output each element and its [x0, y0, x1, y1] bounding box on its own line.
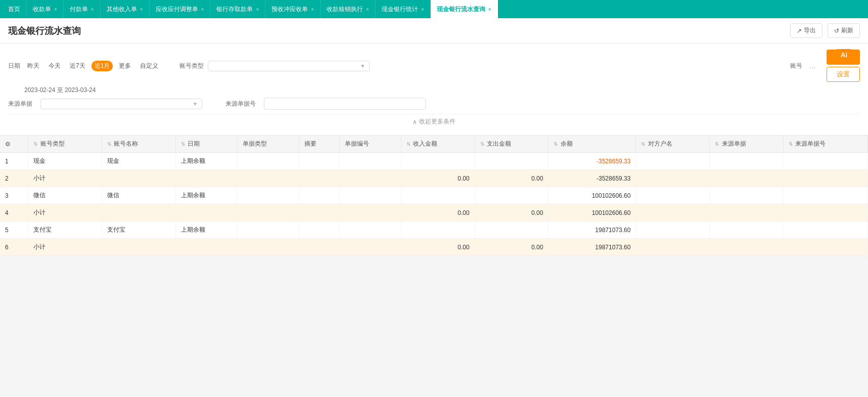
table-row: 6 小计 0.00 0.00 19871073.60 [0, 239, 868, 256]
cell-date [175, 204, 237, 222]
col-counterpart-label: 对方户名 [648, 140, 672, 147]
date-shortcut-today[interactable]: 今天 [45, 61, 64, 71]
refresh-label: 刷新 [841, 26, 853, 35]
cell-expense: 0.00 [475, 170, 549, 187]
cell-income [401, 187, 475, 204]
col-doc-type-label: 单据类型 [243, 140, 267, 147]
source-doc-select[interactable]: ▼ [40, 99, 202, 109]
date-label: 日期 [8, 62, 20, 70]
cell-counterpart [636, 239, 710, 256]
close-icon[interactable]: × [201, 7, 204, 12]
cell-doc-no [339, 204, 401, 222]
ai-badge[interactable]: Ai [836, 49, 852, 61]
date-shortcut-yesterday[interactable]: 昨天 [24, 61, 42, 71]
date-shortcut-1month[interactable]: 近1月 [92, 61, 113, 71]
date-range-display: 2023-02-24 至 2023-03-24 [24, 86, 96, 94]
cell-account-type: 小计 [28, 170, 102, 187]
account-type-select[interactable]: ▼ [208, 61, 370, 71]
page-header: 现金银行流水查询 ↗ 导出 ↺ 刷新 [0, 18, 868, 43]
close-icon[interactable]: × [488, 7, 491, 12]
gear-icon[interactable]: ⚙ [5, 141, 11, 148]
settings-button[interactable]: 设置 [827, 67, 860, 82]
collapse-label: 收起更多条件 [419, 117, 455, 126]
close-icon[interactable]: × [421, 7, 424, 12]
col-expense-label: 支出金额 [487, 140, 511, 147]
close-icon[interactable]: × [91, 7, 94, 12]
account-ellipsis[interactable]: ... [806, 62, 818, 70]
nav-item-adjustment[interactable]: 应收应付调整单 × [150, 0, 211, 18]
nav-item-other-income[interactable]: 其他收入单 × [101, 0, 150, 18]
col-account-name-label: 账号名称 [114, 140, 138, 147]
cell-date: 上期余额 [175, 153, 237, 170]
cell-account-type: 小计 [28, 239, 102, 256]
account-label: 账号 [790, 62, 802, 70]
sort-icon: ⇅ [107, 141, 111, 147]
col-source-doc: ⇅ 来源单据 [710, 136, 784, 153]
cell-doc-no [339, 222, 401, 239]
collapse-bar[interactable]: ∧ 收起更多条件 [8, 114, 860, 129]
nav-item-cashflow[interactable]: 现金银行流水查询 × [431, 0, 498, 18]
refresh-button[interactable]: ↺ 刷新 [828, 23, 860, 38]
nav-item-bank-deposit[interactable]: 银行存取款单 × [210, 0, 265, 18]
cell-source-doc [710, 153, 784, 170]
cell-doc-type [237, 239, 299, 256]
col-account-type: ⇅ 账号类型 [28, 136, 102, 153]
col-date: ⇅ 日期 [175, 136, 237, 153]
date-shortcut-custom[interactable]: 自定义 [137, 61, 161, 71]
cell-source-doc-no [783, 239, 867, 256]
cell-balance: -3528659.33 [549, 170, 636, 187]
source-doc-label: 来源单据 [8, 100, 32, 108]
nav-item-home[interactable]: 首页 [2, 0, 27, 18]
date-shortcut-more[interactable]: 更多 [116, 61, 134, 71]
close-icon[interactable]: × [366, 7, 369, 12]
data-table: ⚙ ⇅ 账号类型 ⇅ 账号名称 ⇅ 日期 单据类型 摘要 [0, 136, 868, 256]
export-button[interactable]: ↗ 导出 [790, 23, 823, 38]
cell-income [401, 153, 475, 170]
col-counterpart: ⇅ 对方户名 [636, 136, 710, 153]
close-icon[interactable]: × [140, 7, 143, 12]
cell-doc-type [237, 222, 299, 239]
cell-expense [475, 153, 549, 170]
cell-date: 上期余额 [175, 187, 237, 204]
nav-label-receipt: 收款单 [33, 5, 51, 14]
nav-label-adjustment: 应收应付调整单 [156, 5, 198, 14]
nav-item-writeoff[interactable]: 收款核销执行 × [321, 0, 376, 18]
sort-icon: ⇅ [789, 141, 793, 147]
cell-income: 0.00 [401, 204, 475, 222]
close-icon[interactable]: × [311, 7, 314, 12]
cell-summary [299, 153, 340, 170]
cell-doc-type [237, 187, 299, 204]
col-source-doc-no: ⇅ 来源单据号 [783, 136, 867, 153]
cell-counterpart [636, 204, 710, 222]
nav-item-payment[interactable]: 付款单 × [64, 0, 101, 18]
cell-balance: 19871073.60 [549, 239, 636, 256]
cell-account-type: 支付宝 [28, 222, 102, 239]
cell-income: 0.00 [401, 170, 475, 187]
date-shortcut-7days[interactable]: 近7天 [67, 61, 88, 71]
cell-account-name [102, 204, 176, 222]
collapse-up-icon: ∧ [413, 118, 417, 125]
table-row: 5 支付宝 支付宝 上期余额 19871073.60 [0, 222, 868, 239]
cell-summary [299, 222, 340, 239]
header-actions: ↗ 导出 ↺ 刷新 [790, 23, 860, 38]
nav-item-advance[interactable]: 预收冲应收单 × [265, 0, 321, 18]
nav-label-cashflow: 现金银行流水查询 [437, 5, 485, 14]
col-doc-no: 单据编号 [339, 136, 401, 153]
cell-no: 6 [0, 239, 28, 256]
col-gear: ⚙ [0, 136, 28, 153]
table-row: 2 小计 0.00 0.00 -3528659.33 [0, 170, 868, 187]
col-account-type-label: 账号类型 [40, 140, 65, 147]
table-container: ⚙ ⇅ 账号类型 ⇅ 账号名称 ⇅ 日期 单据类型 摘要 [0, 136, 868, 256]
nav-item-receipt[interactable]: 收款单 × [27, 0, 64, 18]
col-expense: ⇅ 支出金额 [475, 136, 549, 153]
nav-item-bank-stat[interactable]: 现金银行统计 × [376, 0, 431, 18]
table-header-row: ⚙ ⇅ 账号类型 ⇅ 账号名称 ⇅ 日期 单据类型 摘要 [0, 136, 868, 153]
source-doc-num-input[interactable] [264, 98, 426, 110]
table-row: 3 微信 微信 上期余额 100102606.60 [0, 187, 868, 204]
col-summary-label: 摘要 [304, 140, 316, 147]
close-icon[interactable]: × [54, 7, 57, 12]
table-row: 4 小计 0.00 0.00 100102606.60 [0, 204, 868, 222]
cell-no: 3 [0, 187, 28, 204]
cell-doc-type [237, 204, 299, 222]
close-icon[interactable]: × [256, 7, 259, 12]
